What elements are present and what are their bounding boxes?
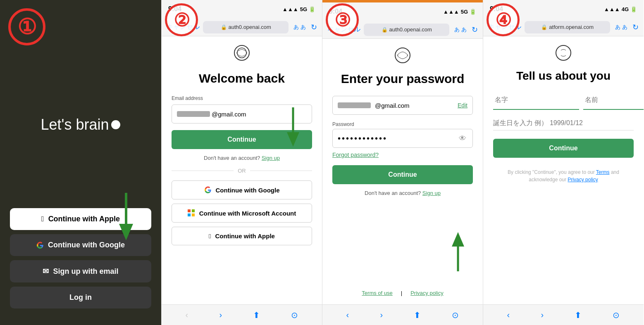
refresh-button-2[interactable]: ↻ xyxy=(311,23,317,32)
step-1-badge: ① xyxy=(8,8,45,45)
step-3-badge: ③ xyxy=(326,3,359,36)
fwd-btn-2[interactable]: › xyxy=(219,310,222,320)
panel4-content: Tell us about you Continue By clicking "… xyxy=(483,36,644,304)
brand-center: Let's brain xyxy=(41,17,121,208)
signup-link-3[interactable]: Sign up xyxy=(422,190,441,196)
share-btn-4[interactable]: ⬆ xyxy=(575,310,582,320)
signal-icon: ▲▲▲ xyxy=(282,6,298,12)
signal-icon-3: ▲▲▲ xyxy=(443,9,459,15)
url-bar-2[interactable]: 🔒 auth0.openai.com xyxy=(203,21,289,33)
lastname-field-4[interactable] xyxy=(493,91,579,110)
no-account-text-2: Don't have an account? Sign up xyxy=(204,155,280,161)
firstname-field-4[interactable] xyxy=(583,91,644,110)
email-blur xyxy=(177,111,210,117)
openai-logo-3 xyxy=(394,47,411,67)
signal-icon-4: ▲▲▲ xyxy=(604,6,620,12)
svg-point-7 xyxy=(395,48,410,63)
brand-name: Let's brain xyxy=(41,116,121,133)
forgot-pw-link-3[interactable]: Forgot password? xyxy=(332,152,379,158)
terms-footer-4: By clicking "Continue", you agree to our… xyxy=(493,168,634,183)
terms-link-3[interactable]: Terms of use xyxy=(362,290,392,296)
google-social-btn-2[interactable]: Continue with Google xyxy=(172,180,312,199)
email-field-wrapper-2: @gmail.com xyxy=(172,104,312,123)
bookmark-btn-2[interactable]: ⊙ xyxy=(291,310,298,320)
lock-icon: 🔒 xyxy=(221,24,227,30)
bookmark-btn-4[interactable]: ⊙ xyxy=(613,310,620,320)
apple-icon:  xyxy=(41,215,44,223)
fwd-btn-3[interactable]: › xyxy=(380,310,383,320)
password-input-3[interactable]: •••••••••••• 👁 xyxy=(332,129,473,148)
panel-4: ④ 9:04 ▲▲▲ 4G 🔋 キャンセル 🔒 atform.openai.co… xyxy=(483,0,644,325)
google-button-p1[interactable]: Continue with Google xyxy=(10,234,151,256)
signup-link-2[interactable]: Sign up xyxy=(262,155,280,161)
step-4-badge: ④ xyxy=(487,3,520,36)
svg-point-8 xyxy=(556,45,571,60)
battery-icon: 🔋 xyxy=(309,6,315,12)
google-icon xyxy=(36,242,44,249)
email-label-2: Email address xyxy=(172,95,312,101)
email-row-3: @gmail.com Edit xyxy=(332,96,473,115)
browser-bottom-3: ‹ › ⬆ ⊙ xyxy=(322,304,483,325)
no-account-text-3: Don't have an account? Sign up xyxy=(365,190,441,196)
apple-social-btn-2[interactable]:  Continue with Apple xyxy=(172,227,312,245)
openai-logo-2 xyxy=(234,45,250,65)
continue-button-4[interactable]: Continue xyxy=(493,139,634,158)
google-icon-2 xyxy=(204,186,212,194)
privacy-link-4[interactable]: Privacy policy xyxy=(568,177,598,183)
password-title: Enter your password xyxy=(341,72,464,86)
privacy-link-3[interactable]: Privacy policy xyxy=(410,290,443,296)
panel-2: ② 9:04 ▲▲▲ 5G 🔋 キャンセル 🔒 auth0.openai.com… xyxy=(161,0,322,325)
terms-row-3: Terms of use | Privacy policy xyxy=(362,282,443,296)
tell-us-title-4: Tell us about you xyxy=(516,69,611,83)
login-button-p1[interactable]: Log in xyxy=(10,287,151,308)
share-btn-3[interactable]: ⬆ xyxy=(414,310,421,320)
microsoft-social-btn-2[interactable]: Continue with Microsoft Account xyxy=(172,204,312,223)
name-row-4 xyxy=(493,91,634,110)
openai-logo-4 xyxy=(555,45,572,64)
welcome-title: Welcome back xyxy=(199,71,285,85)
back-btn-2[interactable]: ‹ xyxy=(186,310,188,320)
email-button-p1[interactable]: ✉ Sign up with email xyxy=(10,260,151,282)
panel-1: ① Let's brain  Continue with Apple Cont… xyxy=(0,0,161,325)
panel-3: ③ 9:04 ▲▲▲ 5G 🔋 キャンセル 🔒 auth0.openai.com… xyxy=(322,0,483,325)
panel1-button-group:  Continue with Apple Continue with Goog… xyxy=(10,208,151,308)
birthday-field-4[interactable] xyxy=(493,116,634,130)
lock-icon-4: 🔒 xyxy=(541,24,547,30)
password-field-3: Password •••••••••••• 👁 xyxy=(332,121,473,148)
step-2-badge: ② xyxy=(165,3,198,36)
panel2-content: Welcome back Email address @gmail.com Co… xyxy=(162,36,322,304)
back-btn-3[interactable]: ‹ xyxy=(346,310,349,320)
share-btn-2[interactable]: ⬆ xyxy=(253,310,260,320)
battery-icon-4: 🔋 xyxy=(630,6,637,12)
browser-bottom-4: ‹ › ⬆ ⊙ xyxy=(483,304,644,325)
microsoft-icon xyxy=(188,209,195,217)
url-bar-3[interactable]: 🔒 auth0.openai.com xyxy=(364,24,449,36)
terms-link-4[interactable]: Terms xyxy=(596,169,610,175)
continue-button-2[interactable]: Continue xyxy=(172,130,312,149)
or-divider-2: OR xyxy=(172,168,312,174)
eye-icon-3[interactable]: 👁 xyxy=(459,134,467,143)
edit-link-3[interactable]: Edit xyxy=(458,102,467,109)
back-btn-4[interactable]: ‹ xyxy=(507,310,510,320)
bookmark-btn-3[interactable]: ⊙ xyxy=(452,310,459,320)
battery-icon-3: 🔋 xyxy=(470,9,476,15)
email-input-2[interactable]: @gmail.com xyxy=(172,104,312,123)
apple-icon-2:  xyxy=(209,232,211,240)
apple-button-p1[interactable]:  Continue with Apple xyxy=(10,208,151,230)
email-icon: ✉ xyxy=(43,267,49,276)
refresh-button-4[interactable]: ↻ xyxy=(632,23,639,32)
refresh-button-3[interactable]: ↻ xyxy=(472,25,478,34)
email-blur-3 xyxy=(338,102,371,108)
lock-icon-3: 🔒 xyxy=(382,27,388,33)
browser-bottom-2: ‹ › ⬆ ⊙ xyxy=(162,304,322,325)
continue-button-3[interactable]: Continue xyxy=(332,165,473,184)
url-bar-4[interactable]: 🔒 atform.openai.com xyxy=(525,21,610,33)
fwd-btn-4[interactable]: › xyxy=(541,310,544,320)
panel3-content: Enter your password @gmail.com Edit Pass… xyxy=(322,39,483,304)
brand-dot xyxy=(111,120,120,129)
